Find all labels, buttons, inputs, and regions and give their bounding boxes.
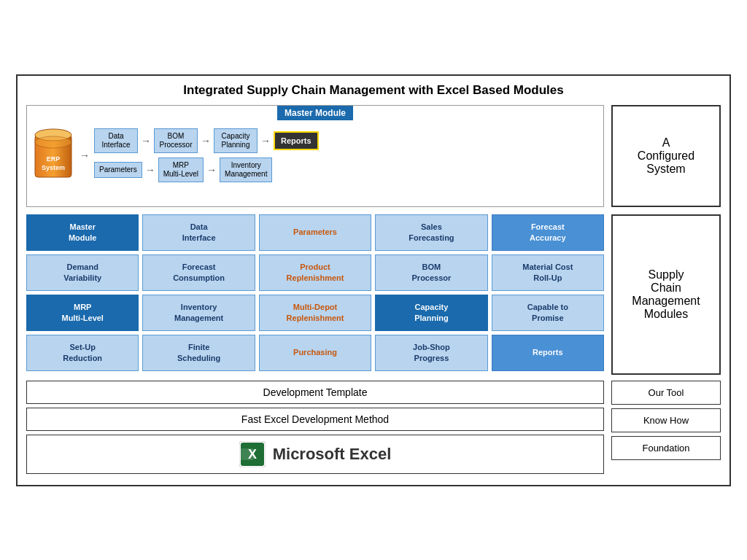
module-sales-forecasting[interactable]: SalesForecasting — [375, 214, 487, 251]
master-module-label: Master Module — [277, 106, 353, 120]
flow-row-top: DataInterface → BOMProcessor → CapacityP… — [94, 128, 334, 153]
reports-box: Reports — [274, 131, 319, 150]
diagram-row: Master Module — [26, 105, 721, 207]
bottom-section: Development Template Fast Excel Developm… — [26, 381, 721, 474]
grid-row-3: MRPMulti-Level InventoryManagement Multi… — [26, 295, 604, 331]
module-master-module[interactable]: MasterModule — [26, 214, 139, 251]
module-job-shop-progress[interactable]: Job-ShopProgress — [375, 335, 487, 371]
module-purchasing[interactable]: Purchasing — [259, 335, 371, 371]
capacity-planning-box: CapacityPlanning — [214, 128, 258, 153]
module-reports[interactable]: Reports — [492, 335, 604, 371]
arrow-1: → — [141, 135, 151, 147]
microsoft-excel-bar: X Microsoft Excel — [26, 435, 604, 474]
module-forecast-consumption[interactable]: ForecastConsumption — [142, 254, 255, 291]
inventory-box: InventoryManagement — [220, 158, 272, 182]
module-material-cost-rollup[interactable]: Material CostRoll-Up — [492, 254, 604, 291]
module-demand-variability[interactable]: DemandVariability — [26, 254, 139, 291]
module-bom-processor[interactable]: BOMProcessor — [375, 254, 487, 291]
module-capable-to-promise[interactable]: Capable toPromise — [492, 295, 604, 331]
main-container: Integrated Supply Chain Management with … — [16, 74, 731, 486]
excel-icon: X — [239, 441, 266, 467]
microsoft-excel-label: Microsoft Excel — [273, 445, 392, 464]
modules-grid: MasterModule DataInterface Parameters Sa… — [26, 214, 604, 375]
grid-row-1: MasterModule DataInterface Parameters Sa… — [26, 214, 604, 251]
module-product-replenishment[interactable]: ProductReplenishment — [259, 254, 371, 291]
arrow-4: → — [145, 164, 155, 176]
module-data-interface[interactable]: DataInterface — [142, 214, 255, 251]
flow-row-bottom: Parameters → MRPMulti-Level → InventoryM… — [94, 158, 334, 182]
module-mrp-multi-level[interactable]: MRPMulti-Level — [26, 295, 139, 331]
svg-text:ERP: ERP — [47, 155, 61, 163]
svg-text:System: System — [42, 164, 65, 171]
module-multi-depot[interactable]: Multi-DepotReplenishment — [259, 295, 371, 331]
bom-processor-box: BOMProcessor — [154, 128, 198, 153]
flow-connector: DataInterface → BOMProcessor → CapacityP… — [94, 128, 334, 182]
arrow-3: → — [260, 135, 271, 147]
grid-row-2: DemandVariability ForecastConsumption Pr… — [26, 254, 604, 291]
grid-row-4: Set-UpReduction FiniteScheduling Purchas… — [26, 335, 604, 371]
development-template-bar: Development Template — [26, 381, 604, 404]
svg-rect-8 — [239, 448, 254, 460]
arrow-5: → — [206, 164, 217, 176]
diagram-panel: Master Module — [26, 105, 604, 207]
our-tool-label: Our Tool — [611, 381, 721, 405]
modules-row: MasterModule DataInterface Parameters Sa… — [26, 214, 721, 375]
foundation-label: Foundation — [611, 436, 721, 460]
know-how-label: Know How — [611, 408, 721, 432]
module-capacity-planning[interactable]: CapacityPlanning — [375, 295, 487, 331]
configured-system: A Configured System — [611, 105, 721, 207]
module-parameters[interactable]: Parameters — [259, 214, 371, 251]
module-forecast-accuracy[interactable]: ForecastAccuracy — [492, 214, 604, 251]
fast-excel-bar: Fast Excel Development Method — [26, 408, 604, 431]
module-inventory-management[interactable]: InventoryManagement — [142, 295, 255, 331]
page-title: Integrated Supply Chain Management with … — [26, 83, 721, 98]
arrow-erp: → — [80, 149, 90, 161]
module-setup-reduction[interactable]: Set-UpReduction — [26, 335, 139, 371]
svg-point-2 — [35, 136, 71, 148]
scm-label: Supply Chain Management Modules — [611, 214, 721, 375]
data-interface-box: DataInterface — [94, 128, 138, 153]
parameters-box: Parameters — [94, 162, 142, 178]
erp-system: ERP System — [31, 126, 75, 184]
module-finite-scheduling[interactable]: FiniteScheduling — [142, 335, 255, 371]
diagram-content: ERP System → DataInterface → BOMProcesso… — [31, 126, 599, 184]
mrp-box: MRPMulti-Level — [158, 158, 204, 182]
bottom-right: Our Tool Know How Foundation — [611, 381, 721, 474]
arrow-2: → — [201, 135, 211, 147]
bottom-left: Development Template Fast Excel Developm… — [26, 381, 604, 474]
